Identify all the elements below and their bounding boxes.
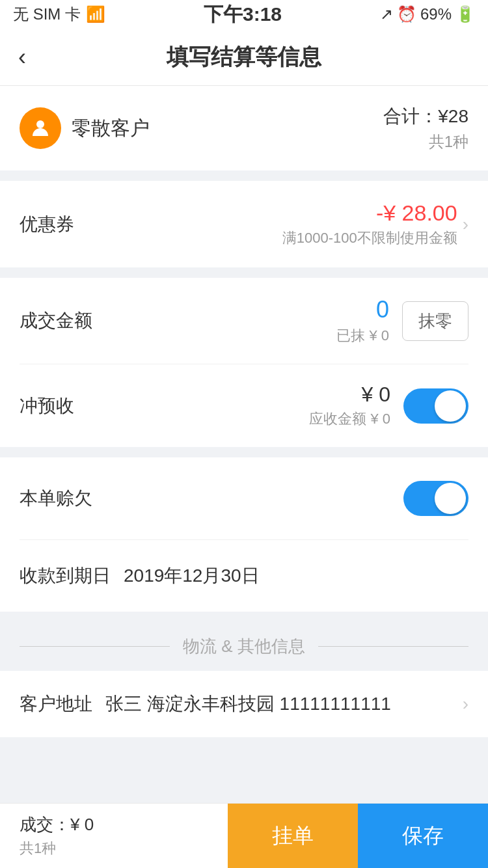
- toggle-thumb: [435, 390, 466, 422]
- address-row[interactable]: 客户地址 张三 海淀永丰科技园 11111111111 ›: [20, 671, 468, 737]
- debit-toggle[interactable]: [403, 481, 468, 516]
- round-zero-button[interactable]: 抹零: [402, 301, 468, 341]
- bottom-count: 共1种: [20, 839, 208, 858]
- debit-section: 本单赊欠 收款到期日 2019年12月30日: [0, 457, 488, 612]
- debit-toggle-thumb: [435, 483, 466, 514]
- save-button[interactable]: 保存: [358, 804, 488, 868]
- address-chevron-icon: ›: [463, 694, 468, 714]
- prepay-label: 冲预收: [20, 394, 74, 418]
- transaction-row: 成交金额 0 已抹 ¥ 0 抹零: [20, 278, 468, 364]
- prepay-sub: 应收金额 ¥ 0: [309, 409, 390, 429]
- divider-line-right: [318, 646, 468, 647]
- coupon-desc: 满1000-100不限制使用金额: [282, 228, 457, 248]
- customer-right: 合计：¥28 共1种: [383, 104, 468, 152]
- battery-text: 69%: [420, 5, 452, 23]
- transaction-right: 0 已抹 ¥ 0 抹零: [336, 296, 468, 346]
- hold-button[interactable]: 挂单: [228, 804, 358, 868]
- customer-row: 零散客户 合计：¥28 共1种: [0, 86, 488, 170]
- status-right: ↗ ⏰ 69% 🔋: [380, 5, 475, 23]
- coupon-amount: -¥ 28.00: [282, 200, 457, 226]
- bottom-info: 成交：¥ 0 共1种: [0, 804, 228, 868]
- coupon-section: 优惠券 -¥ 28.00 满1000-100不限制使用金额 ›: [0, 181, 488, 267]
- address-section: 客户地址 张三 海淀永丰科技园 11111111111 ›: [0, 671, 488, 737]
- prepay-toggle[interactable]: [403, 388, 468, 424]
- transaction-value-group: 0 已抹 ¥ 0: [336, 296, 389, 346]
- person-icon: [29, 116, 52, 140]
- bottom-transaction-label: 成交：: [20, 815, 70, 834]
- battery-icon: 🔋: [455, 5, 475, 23]
- back-button[interactable]: ‹: [18, 44, 26, 71]
- customer-name: 零散客户: [72, 115, 150, 142]
- bottom-transaction: 成交：¥ 0: [20, 813, 208, 836]
- coupon-row[interactable]: 优惠券 -¥ 28.00 满1000-100不限制使用金额 ›: [0, 181, 488, 267]
- prepay-row: 冲预收 ¥ 0 应收金额 ¥ 0: [20, 364, 468, 447]
- transaction-section: 成交金额 0 已抹 ¥ 0 抹零 冲预收 ¥ 0 应收金额 ¥ 0: [0, 278, 488, 447]
- due-date-label: 收款到期日: [20, 563, 111, 588]
- alarm-icon: ⏰: [397, 5, 416, 23]
- due-date-row: 收款到期日 2019年12月30日: [20, 540, 468, 612]
- status-bar: 无 SIM 卡 📶 下午3:18 ↗ ⏰ 69% 🔋: [0, 0, 488, 29]
- due-date-value: 2019年12月30日: [124, 563, 260, 588]
- avatar: [20, 107, 61, 149]
- total-amount: 合计：¥28: [383, 104, 468, 129]
- coupon-label: 优惠券: [20, 212, 74, 237]
- no-sim-text: 无 SIM 卡: [13, 4, 81, 25]
- divider-line-left: [20, 646, 170, 647]
- prepay-amount: ¥ 0: [309, 383, 390, 407]
- customer-section: 零散客户 合计：¥28 共1种: [0, 86, 488, 170]
- location-icon: ↗: [380, 5, 393, 23]
- status-time: 下午3:18: [204, 1, 282, 28]
- nav-bar: ‹ 填写结算等信息: [0, 29, 488, 86]
- address-label: 客户地址: [20, 692, 92, 716]
- address-value: 张三 海淀永丰科技园 11111111111: [105, 692, 463, 716]
- prepay-value-group: ¥ 0 应收金额 ¥ 0: [309, 383, 390, 429]
- coupon-right: -¥ 28.00 满1000-100不限制使用金额 ›: [282, 200, 468, 248]
- customer-left: 零散客户: [20, 107, 150, 149]
- transaction-value: 0: [336, 296, 389, 323]
- logistics-label: 物流 & 其他信息: [183, 635, 305, 658]
- debit-row: 本单赊欠: [20, 457, 468, 540]
- coupon-info: -¥ 28.00 满1000-100不限制使用金额: [282, 200, 457, 248]
- chevron-right-icon: ›: [463, 214, 468, 235]
- page-title: 填写结算等信息: [167, 42, 321, 72]
- logistics-divider: 物流 & 其他信息: [0, 622, 488, 671]
- transaction-sub: 已抹 ¥ 0: [336, 326, 389, 346]
- bottom-bar: 成交：¥ 0 共1种 挂单 保存: [0, 803, 488, 868]
- prepay-right: ¥ 0 应收金额 ¥ 0: [309, 383, 468, 429]
- transaction-label: 成交金额: [20, 308, 92, 333]
- debit-label: 本单赊欠: [20, 486, 92, 511]
- wifi-icon: 📶: [86, 5, 105, 23]
- total-count: 共1种: [383, 131, 468, 152]
- status-left: 无 SIM 卡 📶: [13, 4, 105, 25]
- svg-point-0: [36, 120, 44, 128]
- bottom-transaction-value: ¥ 0: [70, 815, 94, 834]
